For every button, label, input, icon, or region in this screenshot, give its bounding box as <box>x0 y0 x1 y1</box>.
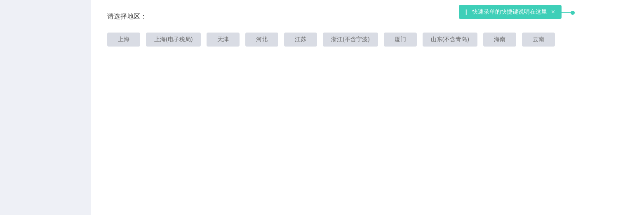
region-button-4[interactable]: 江苏 <box>284 33 317 47</box>
region-button-5[interactable]: 浙江(不含宁波) <box>323 33 378 47</box>
region-button-1[interactable]: 上海(电子税局) <box>146 33 201 47</box>
region-button-9[interactable]: 云南 <box>522 33 555 47</box>
region-button-7[interactable]: 山东(不含青岛) <box>423 33 477 47</box>
region-button-3[interactable]: 河北 <box>245 33 278 47</box>
region-button-8[interactable]: 海南 <box>483 33 516 47</box>
tooltip-dot <box>571 11 575 15</box>
main-content: 请选择地区： 上海上海(电子税局)天津河北江苏浙江(不含宁波)厦门山东(不含青岛… <box>91 0 644 215</box>
region-button-2[interactable]: 天津 <box>207 33 240 47</box>
region-button-6[interactable]: 厦门 <box>384 33 417 47</box>
tooltip-text: 快速录单的快捷键说明在这里 <box>472 8 547 16</box>
region-button-0[interactable]: 上海 <box>107 33 140 47</box>
tooltip-bubble: 快速录单的快捷键说明在这里 × <box>459 5 562 19</box>
sidebar <box>0 0 91 215</box>
region-buttons: 上海上海(电子税局)天津河北江苏浙江(不含宁波)厦门山东(不含青岛)海南云南 <box>107 33 628 47</box>
tooltip-line <box>562 12 571 13</box>
tooltip-close-button[interactable]: × <box>551 9 555 15</box>
